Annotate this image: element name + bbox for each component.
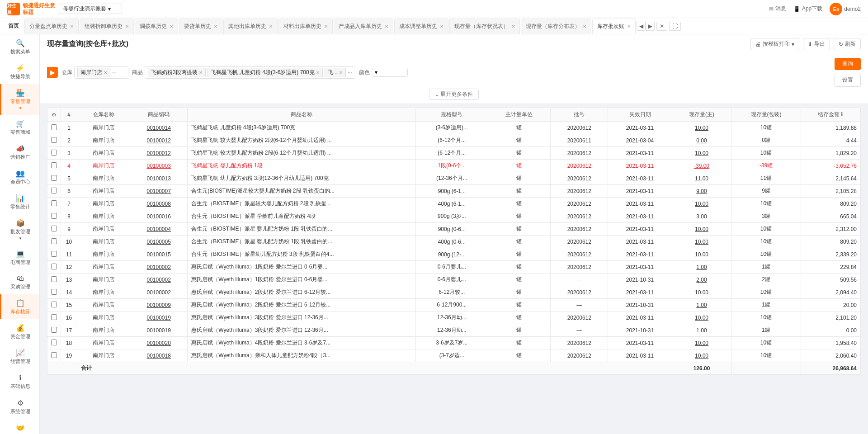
row-checkbox[interactable] <box>51 251 57 257</box>
sidebar-item-marketing[interactable]: 📣 营销推广 <box>0 140 39 165</box>
query-button[interactable]: 查询 <box>835 58 861 70</box>
tab-home[interactable]: 首页 <box>4 19 24 34</box>
row-code[interactable]: 00100020 <box>130 337 188 349</box>
row-qty[interactable]: 10.00 <box>672 311 731 324</box>
sidebar-item-search[interactable]: 🔍 搜索菜单 <box>0 34 39 59</box>
row-code[interactable]: 00100018 <box>130 349 188 362</box>
row-checkbox[interactable] <box>51 200 57 206</box>
product-tag-2-close[interactable]: ✕ <box>339 70 343 75</box>
sidebar-item-wholesale[interactable]: 📦 批发管理 ▼ <box>0 214 39 245</box>
tab-9[interactable]: 现存量（库存状况表） ✕ <box>449 19 520 34</box>
row-qty[interactable]: 10.00 <box>672 286 731 299</box>
row-checkbox[interactable] <box>51 226 57 231</box>
product-tag-1-close[interactable]: ✕ <box>316 70 320 75</box>
row-qty[interactable]: 0.00 <box>672 134 731 147</box>
refresh-button[interactable]: ↻ 刷新 <box>834 38 861 50</box>
row-check[interactable] <box>47 236 61 248</box>
row-check[interactable] <box>47 311 61 324</box>
row-check[interactable] <box>47 147 61 160</box>
settings-icon[interactable]: ⚙ <box>52 112 57 118</box>
tab-4[interactable]: 要货单历史 ✕ <box>179 19 222 34</box>
tab-3-close[interactable]: ✕ <box>170 24 173 29</box>
row-qty[interactable]: 9.00 <box>672 185 731 198</box>
row-checkbox[interactable] <box>51 238 57 244</box>
row-check[interactable] <box>47 337 61 349</box>
row-code[interactable]: 00100015 <box>130 248 188 261</box>
tab-7-close[interactable]: ✕ <box>385 24 388 29</box>
row-code[interactable]: 00100009 <box>130 299 188 311</box>
row-code[interactable]: 00100012 <box>130 134 188 147</box>
row-code[interactable]: 00100013 <box>130 172 188 185</box>
row-qty[interactable]: 2.00 <box>672 274 731 286</box>
tab-6-close[interactable]: ✕ <box>324 24 328 29</box>
sidebar-item-member[interactable]: 👥 会员中心 <box>0 165 39 189</box>
tab-1[interactable]: 分量盘点单历史 ✕ <box>24 19 79 34</box>
sidebar-item-finance[interactable]: 💰 资金管理 <box>0 319 39 344</box>
row-code[interactable]: 00100014 <box>130 122 188 134</box>
tab-10[interactable]: 现存量（库存分布表） ✕ <box>521 19 591 34</box>
row-checkbox[interactable] <box>51 264 57 269</box>
tab-1-close[interactable]: ✕ <box>70 24 74 29</box>
row-checkbox[interactable] <box>51 340 57 345</box>
row-code[interactable]: 00100002 <box>130 261 188 274</box>
row-checkbox[interactable] <box>51 175 57 181</box>
sidebar-item-retail-stats[interactable]: 📊 零售统计 <box>0 189 39 214</box>
tab-11-close[interactable]: ✕ <box>627 24 631 29</box>
sidebar-item-purchase[interactable]: 🛍 采购管理 <box>0 270 39 294</box>
row-check[interactable] <box>47 248 61 261</box>
row-check[interactable] <box>47 324 61 337</box>
product-more[interactable]: ··· <box>348 69 352 75</box>
row-check[interactable] <box>47 172 61 185</box>
row-code[interactable]: 00100019 <box>130 324 188 337</box>
tab-next-button[interactable]: ▶ <box>646 22 655 31</box>
export-button[interactable]: ⬇ 导出 <box>803 38 830 50</box>
row-check[interactable] <box>47 274 61 286</box>
row-qty[interactable]: 10.00 <box>672 122 731 134</box>
row-code[interactable]: 00100012 <box>130 147 188 160</box>
row-check[interactable] <box>47 198 61 210</box>
row-check[interactable] <box>47 160 61 172</box>
row-code[interactable]: 00100016 <box>130 210 188 223</box>
warehouse-more[interactable]: ··· <box>112 69 117 75</box>
row-code[interactable]: 00100002 <box>130 286 188 299</box>
row-code[interactable]: 00100005 <box>130 236 188 248</box>
row-code[interactable]: 00100008 <box>130 198 188 210</box>
row-check[interactable] <box>47 185 61 198</box>
row-checkbox[interactable] <box>51 289 57 295</box>
sidebar-item-quicknav[interactable]: ⚡ 快捷导航 <box>0 59 39 84</box>
warehouse-tag-area[interactable]: 南岸门店 ✕ ··· <box>74 66 128 79</box>
row-check[interactable] <box>47 349 61 362</box>
row-check[interactable] <box>47 261 61 274</box>
row-check[interactable] <box>47 134 61 147</box>
row-checkbox[interactable] <box>51 302 57 307</box>
row-qty[interactable]: 1.00 <box>672 261 731 274</box>
row-checkbox[interactable] <box>51 188 57 193</box>
expand-more-button[interactable]: ⌄ 展开更多条件 <box>429 89 479 100</box>
row-check[interactable] <box>47 223 61 236</box>
filter-expand-arrow[interactable]: ▶ <box>47 67 58 78</box>
settings-button[interactable]: 设置 <box>835 74 861 87</box>
row-qty[interactable]: 10.00 <box>672 236 731 248</box>
row-qty[interactable]: 10.00 <box>672 337 731 349</box>
row-checkbox[interactable] <box>51 150 57 156</box>
row-checkbox[interactable] <box>51 162 57 168</box>
tab-11[interactable]: 库存批次账 ✕ <box>592 19 636 34</box>
row-code[interactable]: 00100007 <box>130 185 188 198</box>
sidebar-item-inventory[interactable]: 📋 库存核算 <box>0 294 39 319</box>
message-button[interactable]: ✉ 消息 <box>769 5 786 13</box>
row-qty[interactable]: 10.00 <box>672 198 731 210</box>
row-check[interactable] <box>47 286 61 299</box>
sidebar-item-enterprise[interactable]: 🤝 企业协同 <box>0 419 39 434</box>
tab-5-close[interactable]: ✕ <box>269 24 273 29</box>
row-qty[interactable]: 1.00 <box>672 299 731 311</box>
row-checkbox[interactable] <box>51 352 57 358</box>
row-check[interactable] <box>47 210 61 223</box>
tab-2-close[interactable]: ✕ <box>125 24 129 29</box>
sidebar-item-retail-mgmt[interactable]: 🏪 零售管理 ▼ <box>0 84 39 114</box>
user-area[interactable]: Ea demo2 <box>830 3 861 15</box>
row-qty[interactable]: 1.00 <box>672 324 731 337</box>
row-qty[interactable]: 3.00 <box>672 210 731 223</box>
tab-close-all-button[interactable]: ✕ <box>656 22 667 31</box>
row-checkbox[interactable] <box>51 276 57 282</box>
row-checkbox[interactable] <box>51 137 57 143</box>
